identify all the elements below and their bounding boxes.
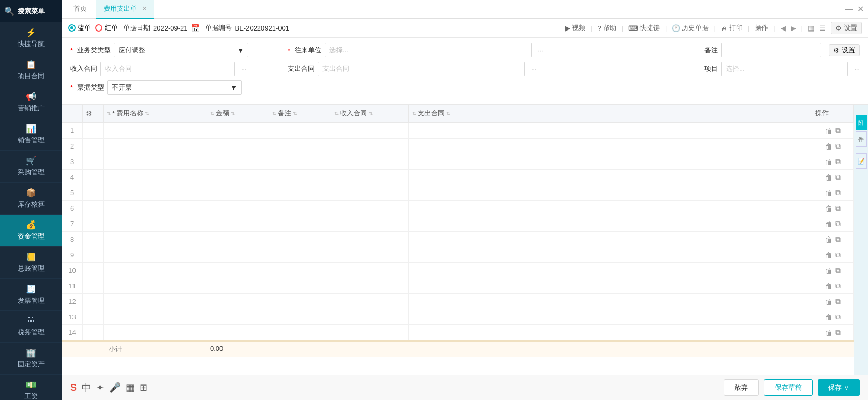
print-btn[interactable]: 🖨 打印 (721, 23, 743, 33)
row-name[interactable] (104, 247, 207, 262)
discard-button[interactable]: 放弃 (724, 379, 759, 396)
copy-icon[interactable]: ⧉ (835, 204, 841, 213)
row-name[interactable] (104, 263, 207, 278)
row-income[interactable] (331, 263, 409, 278)
float-btn-memo[interactable]: 📝 (856, 153, 867, 169)
sidebar-item-salary[interactable]: 💵 工资 (0, 375, 62, 400)
sidebar-item-purchase-mgmt[interactable]: 🛒 采购管理 (0, 151, 62, 183)
row-amount[interactable] (207, 139, 269, 154)
float-btn-attach2[interactable]: 件 (856, 131, 867, 147)
row-name[interactable] (104, 216, 207, 231)
delete-icon[interactable]: 🗑 (825, 313, 832, 321)
copy-icon[interactable]: ⧉ (835, 313, 841, 321)
sidebar-item-quick-nav[interactable]: ⚡ 快捷导航 (0, 22, 62, 54)
note-input[interactable] (721, 43, 821, 57)
row-expense[interactable] (409, 232, 812, 247)
row-name[interactable] (104, 123, 207, 138)
row-amount[interactable] (207, 263, 269, 278)
tool1-icon[interactable]: 中 (82, 381, 91, 394)
row-income[interactable] (331, 294, 409, 309)
row-note[interactable] (269, 309, 331, 324)
tab-home[interactable]: 首页 (66, 0, 94, 19)
expense-more[interactable]: ··· (531, 65, 537, 73)
sidebar-item-fund-mgmt[interactable]: 💰 资金管理 (0, 215, 62, 247)
arrow-right-icon[interactable]: ▶ (791, 24, 796, 32)
delete-icon[interactable]: 🗑 (825, 204, 832, 213)
row-expense[interactable] (409, 278, 812, 293)
row-income[interactable] (331, 247, 409, 262)
delete-icon[interactable]: 🗑 (825, 158, 832, 166)
save-draft-button[interactable]: 保存草稿 (764, 379, 813, 396)
row-name[interactable] (104, 309, 207, 324)
row-amount[interactable] (207, 247, 269, 262)
note-settings[interactable]: ⚙ 设置 (829, 44, 860, 56)
list-icon[interactable]: ☰ (819, 24, 826, 32)
settings-button[interactable]: ⚙ 设置 (831, 22, 862, 34)
row-note[interactable] (269, 123, 331, 138)
delete-icon[interactable]: 🗑 (825, 282, 832, 290)
tool4-icon[interactable]: ▦ (126, 382, 135, 393)
sidebar-item-sales-mgmt[interactable]: 📊 销售管理 (0, 118, 62, 151)
sidebar-item-project-contract[interactable]: 📋 项目合同 (0, 54, 62, 86)
row-expense[interactable] (409, 294, 812, 309)
row-income[interactable] (331, 232, 409, 247)
copy-icon[interactable]: ⧉ (835, 282, 841, 290)
expense-contract-input[interactable]: 支出合同 (318, 62, 525, 76)
tab-close-icon[interactable]: ✕ (142, 5, 147, 12)
sidebar-item-accounting[interactable]: 📒 总账管理 (0, 247, 62, 279)
copy-icon[interactable]: ⧉ (835, 142, 841, 151)
partner-more[interactable]: ··· (538, 47, 543, 54)
copy-icon[interactable]: ⧉ (835, 328, 841, 337)
delete-icon[interactable]: 🗑 (825, 298, 832, 306)
row-amount[interactable] (207, 325, 269, 340)
row-name[interactable] (104, 139, 207, 154)
row-amount[interactable] (207, 123, 269, 138)
row-note[interactable] (269, 232, 331, 247)
row-note[interactable] (269, 247, 331, 262)
copy-icon[interactable]: ⧉ (835, 188, 841, 197)
radio-red[interactable]: 红单 (95, 23, 118, 33)
row-expense[interactable] (409, 325, 812, 340)
row-expense[interactable] (409, 185, 812, 200)
row-note[interactable] (269, 154, 331, 169)
row-expense[interactable] (409, 154, 812, 169)
row-note[interactable] (269, 294, 331, 309)
row-expense[interactable] (409, 170, 812, 185)
tool2-icon[interactable]: ✦ (96, 382, 104, 393)
row-name[interactable] (104, 294, 207, 309)
row-note[interactable] (269, 170, 331, 185)
row-note[interactable] (269, 139, 331, 154)
history-btn[interactable]: 🕐 历史单据 (672, 23, 709, 33)
row-amount[interactable] (207, 278, 269, 293)
tool5-icon[interactable]: ⊞ (140, 382, 148, 393)
delete-icon[interactable]: 🗑 (825, 266, 832, 275)
row-income[interactable] (331, 154, 409, 169)
row-note[interactable] (269, 216, 331, 231)
delete-icon[interactable]: 🗑 (825, 127, 832, 135)
row-name[interactable] (104, 185, 207, 200)
row-income[interactable] (331, 185, 409, 200)
row-note[interactable] (269, 185, 331, 200)
operation-btn[interactable]: 操作 (755, 23, 768, 33)
project-input[interactable]: 选择... (721, 62, 848, 76)
project-more[interactable]: ··· (854, 65, 860, 73)
delete-icon[interactable]: 🗑 (825, 189, 832, 197)
row-income[interactable] (331, 216, 409, 231)
row-expense[interactable] (409, 309, 812, 324)
copy-icon[interactable]: ⧉ (835, 219, 841, 228)
row-amount[interactable] (207, 154, 269, 169)
shortcut-btn[interactable]: ⌨ 快捷键 (628, 23, 660, 33)
copy-icon[interactable]: ⧉ (835, 173, 841, 182)
row-name[interactable] (104, 201, 207, 216)
row-amount[interactable] (207, 185, 269, 200)
biz-type-select[interactable]: 应付调整 ▼ (114, 43, 248, 57)
window-close-icon[interactable]: ✕ (857, 4, 864, 14)
calendar-icon[interactable]: 📅 (191, 24, 200, 32)
row-name[interactable] (104, 278, 207, 293)
th-gear[interactable]: ⚙ (83, 105, 104, 122)
radio-blue[interactable]: 蓝单 (68, 23, 91, 33)
partner-input[interactable]: 选择... (325, 43, 532, 57)
income-more[interactable]: ··· (241, 65, 247, 73)
video-btn[interactable]: ▶ 视频 (565, 23, 585, 33)
row-income[interactable] (331, 278, 409, 293)
